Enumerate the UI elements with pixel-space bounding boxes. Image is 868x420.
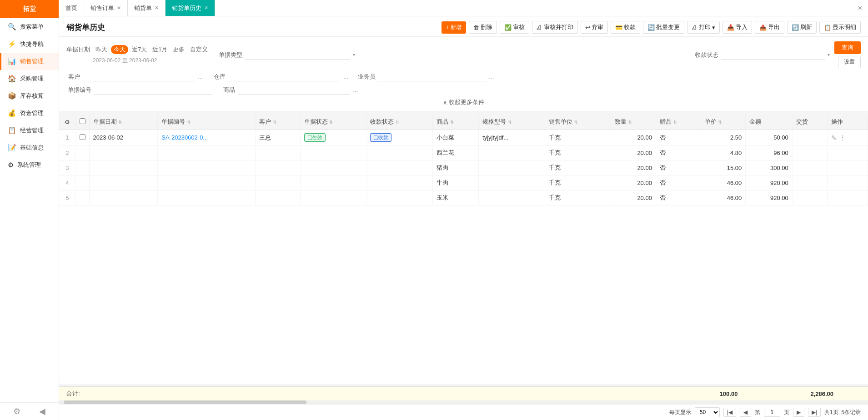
doc-num-input[interactable] [94, 85, 212, 95]
warehouse-dots[interactable]: ... [343, 73, 348, 80]
docnum-link[interactable]: SA-20230602-0... [161, 134, 208, 141]
date-btn-custom[interactable]: 自定义 [188, 45, 210, 54]
print-button[interactable]: 🖨 打印 ▾ [687, 21, 720, 34]
staff-input[interactable] [378, 72, 486, 81]
date-btn-7days[interactable]: 近7天 [130, 45, 149, 54]
collapse-button[interactable]: ∧ 收起更多条件 [443, 98, 484, 106]
sidebar-item-finance[interactable]: 💰 资金管理 [0, 105, 59, 122]
sidebar-bottom-arrow[interactable]: ◀ [39, 406, 45, 416]
delete-button[interactable]: 🗑 删除 [469, 21, 497, 34]
sidebar-item-search[interactable]: 🔍 搜索菜单 [0, 18, 59, 35]
warehouse-input[interactable] [228, 72, 341, 81]
sidebar-item-operation[interactable]: 📋 经营管理 [0, 122, 59, 139]
sidebar-item-quicknav[interactable]: ⚡ 快捷导航 [0, 35, 59, 53]
row-checkbox[interactable] [80, 134, 85, 140]
doc-type-dropdown-icon[interactable]: ▾ [353, 52, 355, 57]
tab-home[interactable]: 首页 [59, 0, 84, 16]
col-unitprice-sort[interactable]: ⇅ [718, 120, 722, 125]
cell-transaction [792, 145, 828, 160]
cell-unitprice: 15.00 [701, 160, 746, 175]
date-btn-yesterday[interactable]: 昨天 [94, 45, 109, 54]
sidebar-item-label: 库存核算 [20, 92, 44, 100]
cell-checkbox[interactable] [75, 145, 89, 160]
last-page-button[interactable]: ▶| [808, 408, 821, 417]
col-docnum-sort[interactable]: ⇅ [187, 120, 191, 125]
col-date-sort[interactable]: ⇅ [118, 120, 122, 125]
sidebar-item-basics[interactable]: 📝 基础信息 [0, 139, 59, 156]
col-spectype-sort[interactable]: ⇅ [508, 120, 512, 125]
cell-qty: 20.00 [611, 160, 656, 175]
edit-icon[interactable]: ✎ [831, 134, 837, 141]
col-saleunit: 销售单位 ⇅ [545, 114, 611, 130]
sidebar-item-system[interactable]: ⚙ 系统管理 [0, 156, 59, 174]
sidebar-item-label: 经营管理 [20, 126, 44, 135]
refresh-button[interactable]: 🔃 刷新 [787, 21, 817, 34]
set-button[interactable]: 设置 [838, 56, 861, 68]
date-btn-more[interactable]: 更多 [171, 45, 186, 54]
col-docstatus-sort[interactable]: ⇅ [329, 120, 333, 125]
export-button[interactable]: 📤 导出 [755, 21, 784, 34]
show-detail-button[interactable]: 📋 显示明细 [819, 21, 861, 34]
collect-status-dropdown-icon[interactable]: ▾ [828, 52, 830, 57]
abandon-button[interactable]: ↩ 弃审 [581, 21, 608, 34]
staff-dots[interactable]: ... [489, 73, 494, 80]
cell-checkbox[interactable] [75, 130, 89, 145]
select-all-checkbox[interactable] [80, 118, 85, 124]
goods-dots[interactable]: ... [353, 86, 358, 93]
col-customer-sort[interactable]: ⇅ [273, 120, 276, 125]
tab-sales-goods[interactable]: 销货单 ✕ [128, 0, 166, 16]
customer-input[interactable] [83, 72, 195, 81]
cell-amount: 50.00 [746, 130, 793, 145]
cell-checkbox[interactable] [75, 175, 89, 190]
date-btn-today[interactable]: 今天 [111, 45, 128, 54]
sidebar-item-sales[interactable]: 📊 销售管理 [0, 53, 59, 70]
batch-change-button[interactable]: 🔄 批量变更 [643, 21, 684, 34]
sidebar-item-purchase[interactable]: 🏠 采购管理 [0, 70, 59, 87]
cell-transaction [792, 175, 828, 190]
query-button[interactable]: 查询 [834, 41, 861, 54]
cell-collectstatus [366, 145, 433, 160]
col-qty-sort[interactable]: ⇅ [628, 120, 632, 125]
sidebar-bottom-gear[interactable]: ⚙ [13, 406, 20, 416]
col-goods-sort[interactable]: ⇅ [450, 120, 454, 125]
close-sales-history-icon[interactable]: ✕ [204, 5, 208, 11]
per-page-select[interactable]: 50 100 200 [695, 407, 720, 417]
more-icon[interactable]: ⋮ [839, 134, 846, 141]
next-page-button[interactable]: ▶ [793, 408, 804, 417]
tab-close-all[interactable]: ✕ [852, 5, 868, 11]
cell-checkbox[interactable] [75, 160, 89, 175]
cell-docnum [158, 190, 256, 205]
audit-print-button[interactable]: 🖨 审核并打印 [532, 21, 578, 34]
import-button[interactable]: 📥 导入 [722, 21, 752, 34]
horizontal-scrollbar[interactable] [59, 400, 868, 404]
new-button[interactable]: + 新增 [442, 21, 466, 34]
col-saleunit-sort[interactable]: ⇅ [574, 120, 577, 125]
col-checkbox[interactable] [75, 114, 89, 130]
audit-icon: ✅ [504, 24, 512, 31]
cell-checkbox[interactable] [75, 190, 89, 205]
collect-button[interactable]: 💳 收款 [611, 21, 640, 34]
col-settings[interactable]: ⚙ [59, 114, 75, 130]
close-sales-order-icon[interactable]: ✕ [117, 5, 121, 11]
content-area: 销货单历史 + 新增 🗑 删除 ✅ 审核 🖨 审核并打印 ↩ 弃审 [59, 16, 868, 420]
date-btn-1month[interactable]: 近1月 [151, 45, 169, 54]
scrollbar-thumb[interactable] [64, 400, 306, 404]
close-sales-goods-icon[interactable]: ✕ [155, 5, 159, 11]
table-row: 3猪肉千克20.00否15.00300.00 [59, 160, 868, 175]
collect-status-input[interactable] [721, 50, 825, 60]
doc-type-input[interactable] [245, 50, 350, 60]
cell-qty: 20.00 [611, 175, 656, 190]
sidebar-item-inventory[interactable]: 📦 库存核算 [0, 87, 59, 105]
tab-sales-order[interactable]: 销售订单 ✕ [84, 0, 128, 16]
prev-page-button[interactable]: ◀ [740, 408, 751, 417]
col-collectstatus-sort[interactable]: ⇅ [396, 120, 399, 125]
cell-collectstatus [366, 160, 433, 175]
page-input[interactable] [764, 408, 780, 417]
cell-saleunit: 千克 [545, 145, 611, 160]
audit-button[interactable]: ✅ 审核 [500, 21, 529, 34]
customer-dots[interactable]: ... [198, 73, 203, 80]
first-page-button[interactable]: |◀ [723, 408, 736, 417]
col-gift-sort[interactable]: ⇅ [673, 120, 677, 125]
tab-sales-history[interactable]: 销货单历史 ✕ [166, 0, 215, 16]
goods-input[interactable] [238, 85, 350, 95]
